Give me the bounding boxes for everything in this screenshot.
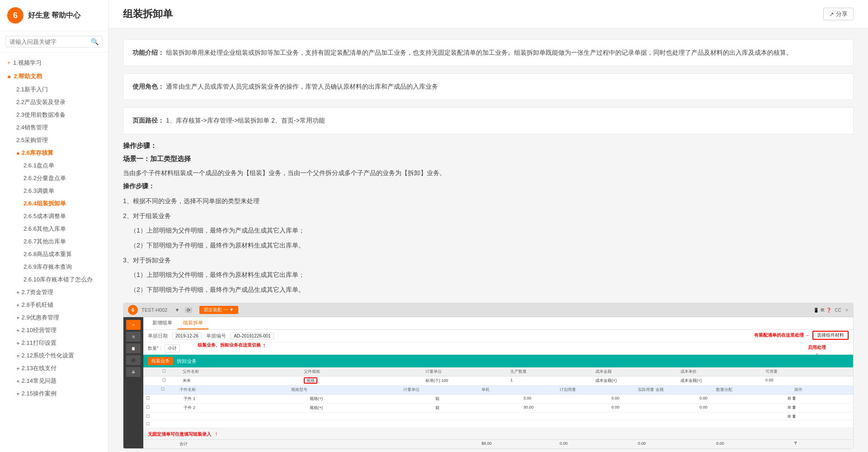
th-col4: 生产数量 bbox=[510, 369, 595, 375]
mock-logo: 6 bbox=[128, 305, 138, 315]
mock-sub-table-header: ☐ 子件名称 规格型号 计量单位 单耗 计划用量 实际用量 金额 数量分配 操作 bbox=[143, 385, 853, 395]
sub-td-check-2: ☐ bbox=[146, 405, 184, 411]
sidebar-item-2-6-1[interactable]: 2.6.1盘点单 bbox=[0, 159, 108, 172]
mock-sub-row-1: ☐ 子件 1 规格(+) 箱 3.00 0.00 0.00 ⊞ 🗑 bbox=[143, 395, 853, 404]
sub-td-spec-2: 规格(+) bbox=[310, 405, 435, 411]
sidebar-item-2-6[interactable]: ● 2.6库存核算 bbox=[0, 147, 108, 159]
search-area: 🔍 bbox=[0, 31, 108, 52]
sub-th-ops: 操作 bbox=[794, 387, 850, 393]
sidebar-item-2-14[interactable]: +2.14常见问题 bbox=[0, 375, 108, 387]
sidebar-item-2-1[interactable]: 2.1新手入门 bbox=[0, 83, 108, 96]
sidebar-item-2-12[interactable]: +2.12系统个性化设置 bbox=[0, 349, 108, 362]
sidebar-item-2-8[interactable]: +2.8手机旺铺 bbox=[0, 299, 108, 311]
role-block: 使用角色： 通常由生产人员或库管人员完成拆装业务的操作，库管人员确认原材料的出库… bbox=[123, 73, 854, 100]
path-block: 页面路径： 1、库存核算->库存管理->组装拆卸单 2、首页->常用功能 bbox=[123, 107, 854, 134]
sidebar-item-2-6-10[interactable]: 2.6.10库存账本错了怎么办 bbox=[0, 273, 108, 286]
plus-icon-2-14: + bbox=[16, 378, 20, 385]
mock-nav-2: ⊞ bbox=[126, 332, 141, 342]
sub-td-check-1: ☐ bbox=[146, 396, 184, 402]
sidebar-item-2-3[interactable]: 2.3使用前数据准备 bbox=[0, 109, 108, 121]
logo-icon: 6 bbox=[7, 7, 24, 24]
search-icon[interactable]: 🔍 bbox=[91, 38, 99, 45]
sidebar-item-2-4[interactable]: 2.4销售管理 bbox=[0, 121, 108, 134]
main-header: 组装拆卸单 ↗ 分享 bbox=[108, 0, 868, 29]
sidebar-item-2-6-8[interactable]: 2.6.8商品成本重算 bbox=[0, 248, 108, 261]
mock-nav-5: 🖶 bbox=[126, 367, 141, 377]
mock-date-label: 单据日期 bbox=[148, 333, 168, 339]
sub-th-check: ☐ bbox=[146, 387, 179, 393]
intro-text: 组装拆卸单用来处理企业组装或拆卸等加工业务，支持有固定装配清单的产品加工业务，也… bbox=[166, 49, 793, 56]
mock-nav-1: ≡ bbox=[126, 320, 141, 330]
sidebar: 6 好生意 帮助中心 🔍 + 1.视频学习 ● 2.帮助文档 2.1新手入门 2… bbox=[0, 0, 108, 452]
sidebar-item-2-6-5[interactable]: 2.6.5成本调整单 bbox=[0, 210, 108, 223]
sidebar-item-2-6-6[interactable]: 2.6.6其他入库单 bbox=[0, 223, 108, 235]
th-col5: 成本金额 bbox=[595, 369, 680, 375]
mock-close[interactable]: ✕ bbox=[845, 308, 849, 313]
sub-th-col5: 计划用量 bbox=[560, 387, 638, 393]
plus-icon-2-7: + bbox=[16, 289, 20, 296]
annotation4-arrow: ↑ bbox=[215, 431, 217, 437]
ops-section: 操作步骤： 场景一：加工类型选择 当由多个子件材料组装成一个成品的业务为【组装】… bbox=[123, 142, 854, 296]
sub-td-name-1: 子件 1 bbox=[184, 396, 309, 402]
content-area: 功能介绍： 组装拆卸单用来处理企业组装或拆卸等加工业务，支持有固定装配清单的产品… bbox=[108, 29, 868, 452]
sub-td-plan-2: 0.00 bbox=[611, 405, 699, 411]
sidebar-item-docs[interactable]: ● 2.帮助文档 bbox=[0, 70, 108, 83]
annotation4-area: 无固定清单可任意填写组装录入 ↑ bbox=[143, 428, 853, 439]
sub-td-real-1: 0.00 bbox=[699, 396, 788, 402]
total-check bbox=[146, 441, 179, 447]
annotation3-text: 启用处理 bbox=[808, 344, 826, 351]
plus-icon-2-11: + bbox=[16, 340, 20, 347]
intro-block: 功能介绍： 组装拆卸单用来处理企业组装或拆卸等加工业务，支持有固定装配清单的产品… bbox=[123, 39, 854, 66]
sidebar-item-2-6-3[interactable]: 2.6.3调拨单 bbox=[0, 185, 108, 197]
sidebar-item-2-13[interactable]: +2.13在线支付 bbox=[0, 362, 108, 375]
sidebar-item-2-6-4[interactable]: 2.6.4组装拆卸单 bbox=[0, 197, 108, 210]
mock-sub-row: 数量* : 小计 组装业务、拆卸业务在这里切换 ↑ 启用处理 ↑ bbox=[143, 343, 853, 355]
sidebar-item-2-6-2[interactable]: 2.6.2分量盘点单 bbox=[0, 172, 108, 185]
sidebar-item-2-5[interactable]: 2.5采购管理 bbox=[0, 134, 108, 147]
td-qty: 1 bbox=[510, 378, 595, 384]
sidebar-item-video[interactable]: + 1.视频学习 bbox=[0, 56, 108, 70]
sidebar-item-2-15[interactable]: +2.15操作案例 bbox=[0, 387, 108, 400]
role-text: 通常由生产人员或库管人员完成拆装业务的操作，库管人员确认原材料的出库和产成品的入… bbox=[166, 83, 438, 90]
scene1-desc: 当由多个子件材料组装成一个成品的业务为【组装】业务，当由一个父件拆分成多个子产品… bbox=[123, 167, 854, 179]
sidebar-item-2-6-9[interactable]: 2.6.9库存账本查询 bbox=[0, 261, 108, 273]
annotation3-arrow: ↑ bbox=[816, 352, 818, 358]
mock-green-sub: 拆卸业务 bbox=[177, 358, 197, 365]
sidebar-item-2-9[interactable]: +2.9优惠券管理 bbox=[0, 311, 108, 324]
nav-tree: + 1.视频学习 ● 2.帮助文档 2.1新手入门 2.2产品安装及登录 2.3… bbox=[0, 52, 108, 452]
scene1-title: 场景一：加工类型选择 bbox=[123, 155, 854, 163]
search-input[interactable] bbox=[9, 38, 91, 45]
mock-tab-1[interactable]: 新增组单 bbox=[147, 317, 178, 329]
sub-td-rest-4 bbox=[256, 422, 850, 426]
sidebar-item-2-7[interactable]: +2.7资金管理 bbox=[0, 286, 108, 299]
td-name: 米米 bbox=[183, 378, 304, 384]
mock-body-wrap: ≡ ⊞ 📋 ⬛ 🖶 新增组单 组装拆单 单据日期 2 bbox=[123, 317, 853, 448]
total-v1: $8.00 bbox=[481, 441, 560, 447]
sidebar-item-2-10[interactable]: +2.10经营管理 bbox=[0, 324, 108, 337]
mock-field1-val: AD-20191226-001 bbox=[231, 333, 274, 339]
sub-th-col7: 数量分配 bbox=[716, 387, 794, 393]
mock-nav-4: ⬛ bbox=[126, 355, 141, 365]
td-spec-highlighted: 规格 bbox=[304, 377, 317, 384]
sidebar-item-2-6-7[interactable]: 2.6.7其他出库单 bbox=[0, 235, 108, 248]
mock-tab-2[interactable]: 组装拆单 bbox=[178, 317, 208, 329]
screenshot-mockup: 6 TEST-H002 ▼ ⟳ 固定装配 一 ▼ 📱 🛠 ❓ CC ✕ ≡ ⊞ … bbox=[123, 303, 854, 449]
sub-th-col1: 子件名称 bbox=[179, 387, 291, 393]
logo-area: 6 好生意 帮助中心 bbox=[0, 0, 108, 31]
sub-td-unit-3 bbox=[435, 414, 524, 419]
step3-2: （2）下部明细为子件明细，最终作为产成品生成其它入库单。 bbox=[123, 284, 854, 296]
sidebar-item-2-2[interactable]: 2.2产品安装及登录 bbox=[0, 96, 108, 109]
share-button[interactable]: ↗ 分享 bbox=[823, 8, 854, 20]
step2-1: （1）上部明细为父件明细，最终作为产成品生成其它入库单； bbox=[123, 224, 854, 237]
th-col3: 计量单位 bbox=[425, 369, 510, 375]
mock-tab-bar: 新增组单 组装拆单 bbox=[143, 317, 853, 330]
mock-dropdown: ▼ bbox=[175, 307, 179, 313]
sub-td-real-2: 0.00 bbox=[699, 405, 788, 411]
mock-main: 新增组单 组装拆单 单据日期 2019-12-26 单据编号 AD-201912… bbox=[143, 317, 853, 448]
mock-chrome: 6 TEST-H002 ▼ ⟳ 固定装配 一 ▼ 📱 🛠 ❓ CC ✕ bbox=[123, 303, 853, 317]
plus-icon-2-15: + bbox=[16, 390, 20, 397]
sidebar-item-2-11[interactable]: +2.11打印设置 bbox=[0, 337, 108, 349]
total-v3: 0.00 bbox=[638, 441, 716, 447]
mock-window-title: TEST-H002 bbox=[142, 307, 167, 313]
mock-assembly-badge: 组装业务 bbox=[148, 357, 173, 365]
